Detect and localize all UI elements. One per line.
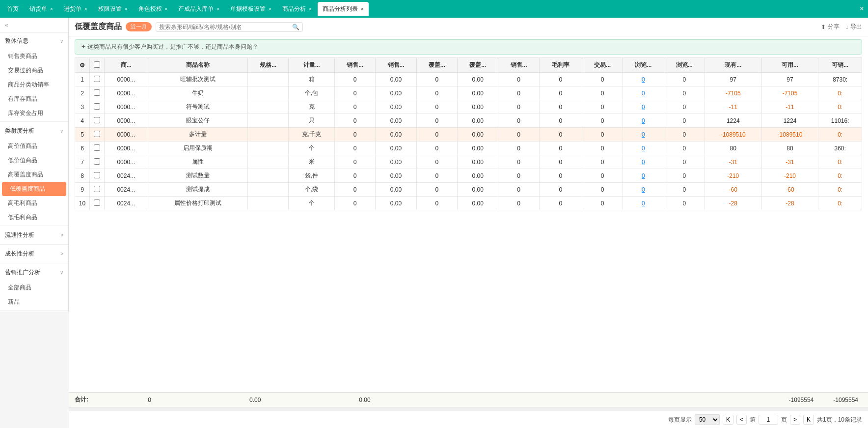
table-row: 20000...牛奶个,包00.0000.0000000-7105-71050: bbox=[75, 86, 862, 100]
page-number-input[interactable] bbox=[759, 415, 778, 425]
row-cover2: 0.00 bbox=[458, 169, 498, 183]
row-checkbox[interactable] bbox=[90, 73, 105, 86]
sidebar-item-销售类商品[interactable]: 销售类商品 bbox=[0, 49, 68, 63]
per-page-select[interactable]: 2050100 bbox=[695, 414, 720, 425]
last-page-button[interactable]: K bbox=[803, 415, 814, 425]
row-sales2: 0 bbox=[498, 100, 539, 114]
sidebar-collapse-icon[interactable]: « bbox=[5, 22, 8, 29]
sidebar-section-arrow: ∨ bbox=[60, 270, 63, 275]
row-gross-rate: 0 bbox=[539, 128, 582, 142]
close-window-button[interactable]: × bbox=[860, 4, 864, 13]
row-spec bbox=[247, 86, 288, 100]
row-browse1[interactable]: 0 bbox=[623, 155, 664, 169]
sidebar-section-成长性分析[interactable]: 成长性分析> bbox=[0, 246, 68, 262]
close-tab-icon[interactable]: × bbox=[50, 6, 53, 12]
row-browse1[interactable]: 0 bbox=[623, 86, 664, 100]
th-cover1: 覆盖... bbox=[416, 58, 457, 73]
row-available: -7105 bbox=[761, 86, 818, 100]
pagination-bar: 每页显示 2050100 K < 第 页 > K 共1页，10条记录 bbox=[69, 411, 868, 428]
nav-tab-产成品入库单[interactable]: 产成品入库单 × bbox=[173, 2, 224, 16]
search-input[interactable] bbox=[159, 24, 290, 30]
sidebar-section-流通性分析[interactable]: 流通性分析> bbox=[0, 227, 68, 243]
row-trade: 0 bbox=[582, 169, 623, 183]
row-checkbox[interactable] bbox=[90, 114, 105, 128]
row-sales-qty: 0 bbox=[335, 183, 376, 197]
row-browse1[interactable]: 0 bbox=[623, 100, 664, 114]
info-banner: ✦ 这类商品只有很少客户购买过，是推广不够，还是商品本身问题？ bbox=[75, 39, 862, 55]
sidebar-item-全部商品[interactable]: 全部商品 bbox=[0, 281, 68, 295]
row-code: 0000... bbox=[105, 100, 148, 114]
table-body: 10000...旺辅批次测试箱00.0000.000000097978730:2… bbox=[75, 73, 862, 210]
nav-tab-销货单[interactable]: 销货单 × bbox=[25, 2, 58, 16]
row-checkbox[interactable] bbox=[90, 86, 105, 100]
row-cover1: 0 bbox=[416, 197, 457, 210]
content-area: 低覆盖度商品 近一月 🔍 ⬆ 分享 ↓ 导出 ✦ 这类商品只有很少客户购买过，是… bbox=[69, 18, 868, 428]
close-tab-icon[interactable]: × bbox=[125, 6, 128, 12]
row-checkbox[interactable] bbox=[90, 128, 105, 142]
row-checkbox[interactable] bbox=[90, 183, 105, 197]
nav-tab-商品分析[interactable]: 商品分析 × bbox=[277, 2, 317, 16]
row-gross-rate: 0 bbox=[539, 142, 582, 155]
row-browse1[interactable]: 0 bbox=[623, 128, 664, 142]
select-all-checkbox[interactable] bbox=[94, 61, 100, 68]
row-checkbox[interactable] bbox=[90, 155, 105, 169]
nav-tab-进货单[interactable]: 进货单 × bbox=[59, 2, 92, 16]
close-tab-icon[interactable]: × bbox=[269, 6, 271, 12]
nav-tab-首页[interactable]: 首页 bbox=[2, 2, 24, 16]
main-layout: « 整体信息∨销售类商品交易过的商品商品分类动销率有库存商品库存资金占用类射度分… bbox=[0, 18, 868, 428]
row-browse1[interactable]: 0 bbox=[623, 73, 664, 86]
sidebar-item-低价值商品[interactable]: 低价值商品 bbox=[0, 153, 68, 168]
sidebar-item-低覆盖度商品[interactable]: 低覆盖度商品 bbox=[2, 182, 66, 196]
row-sales2: 0 bbox=[498, 114, 539, 128]
close-tab-icon[interactable]: × bbox=[309, 6, 312, 12]
table-row: 10000...旺辅批次测试箱00.0000.000000097978730: bbox=[75, 73, 862, 86]
nav-tab-权限设置[interactable]: 权限设置 × bbox=[93, 2, 133, 16]
row-browse1[interactable]: 0 bbox=[623, 169, 664, 183]
nav-tab-单据模板设置[interactable]: 单据模板设置 × bbox=[225, 2, 276, 16]
sidebar-section-营销推广分析[interactable]: 营销推广分析∨ bbox=[0, 264, 68, 281]
th-checkbox[interactable] bbox=[90, 58, 105, 73]
prev-page-button[interactable]: < bbox=[736, 415, 747, 425]
sidebar-item-新品[interactable]: 新品 bbox=[0, 295, 68, 309]
sidebar-item-有库存商品[interactable]: 有库存商品 bbox=[0, 92, 68, 106]
row-checkbox[interactable] bbox=[90, 169, 105, 183]
export-button[interactable]: ↓ 导出 bbox=[845, 23, 862, 31]
row-checkbox[interactable] bbox=[90, 100, 105, 114]
sidebar-item-高毛利商品[interactable]: 高毛利商品 bbox=[0, 196, 68, 210]
th-browse2: 浏览... bbox=[664, 58, 705, 73]
close-tab-icon[interactable]: × bbox=[165, 6, 168, 12]
sidebar-item-交易过的商品[interactable]: 交易过的商品 bbox=[0, 63, 68, 78]
close-tab-icon[interactable]: × bbox=[84, 6, 87, 12]
sidebar-item-低毛利商品[interactable]: 低毛利商品 bbox=[0, 210, 68, 225]
row-sales-qty: 0 bbox=[335, 86, 376, 100]
horizontal-scrollbar[interactable] bbox=[69, 407, 868, 411]
row-unit: 克 bbox=[289, 100, 335, 114]
share-button[interactable]: ⬆ 分享 bbox=[821, 23, 840, 31]
sidebar-section-类射度分析[interactable]: 类射度分析∨ bbox=[0, 123, 68, 139]
next-page-button[interactable]: > bbox=[790, 415, 800, 425]
row-spec bbox=[247, 197, 288, 210]
row-available: 1224 bbox=[761, 114, 818, 128]
row-browse1[interactable]: 0 bbox=[623, 197, 664, 210]
sidebar-item-高覆盖度商品[interactable]: 高覆盖度商品 bbox=[0, 168, 68, 182]
close-tab-icon[interactable]: × bbox=[361, 6, 364, 12]
close-tab-icon[interactable]: × bbox=[217, 6, 219, 12]
row-sales-amt: 0.00 bbox=[376, 86, 416, 100]
row-checkbox[interactable] bbox=[90, 142, 105, 155]
row-browse1[interactable]: 0 bbox=[623, 183, 664, 197]
row-browse1[interactable]: 0 bbox=[623, 142, 664, 155]
sidebar-item-商品分类动销率[interactable]: 商品分类动销率 bbox=[0, 78, 68, 92]
time-filter-button[interactable]: 近一月 bbox=[126, 22, 152, 31]
sidebar-section-整体信息[interactable]: 整体信息∨ bbox=[0, 33, 68, 49]
row-current: -28 bbox=[705, 197, 761, 210]
sidebar-item-库存资金占用[interactable]: 库存资金占用 bbox=[0, 106, 68, 120]
first-page-button[interactable]: K bbox=[723, 415, 733, 425]
sidebar-item-高价值商品[interactable]: 高价值商品 bbox=[0, 139, 68, 153]
row-spec bbox=[247, 100, 288, 114]
nav-tab-角色授权[interactable]: 角色授权 × bbox=[134, 2, 173, 16]
row-checkbox[interactable] bbox=[90, 197, 105, 210]
nav-tab-商品分析列表[interactable]: 商品分析列表 × bbox=[318, 2, 369, 16]
row-browse1[interactable]: 0 bbox=[623, 114, 664, 128]
row-no: 8 bbox=[75, 169, 90, 183]
th-settings[interactable]: ⚙ bbox=[75, 58, 90, 73]
